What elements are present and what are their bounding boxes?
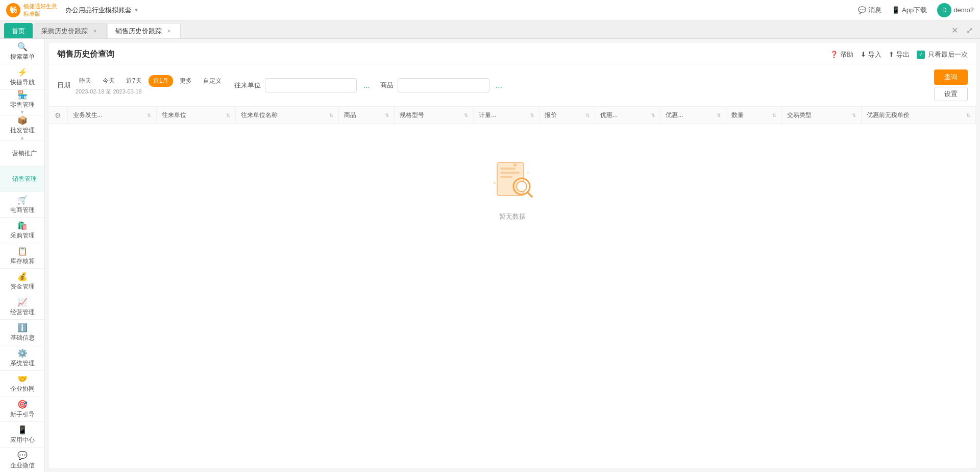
date-range-text: 2023-02-18 至 2023-03-18: [75, 88, 226, 96]
col-quantity[interactable]: 数量 ⇅: [726, 107, 781, 124]
col-unit-name[interactable]: 往来单位名称 ⇅: [236, 107, 338, 124]
date-buttons: 昨天 今天 近7天 近1月 更多 自定义: [75, 75, 226, 87]
basic-info-icon: ℹ️: [17, 323, 28, 333]
filter-right: 查询 设置: [934, 69, 968, 101]
import-btn[interactable]: ⬇ 导入: [861, 50, 881, 59]
sidebar-item-inventory[interactable]: 📋 库存核算: [0, 243, 44, 269]
empty-text: 暂无数据: [499, 212, 526, 221]
tab-home[interactable]: 首页: [4, 23, 33, 38]
maximize-window-btn[interactable]: ⤢: [964, 25, 975, 36]
page-header: 销售历史价查询 ❓ 帮助 ⬇ 导入 ⬆ 导出 ✓: [49, 43, 976, 64]
svg-point-9: [494, 182, 496, 184]
date-filter-group: 日期 昨天 今天 近7天 近1月 更多 自定义 2023-02-18 至 202…: [57, 75, 226, 96]
home-tab-label: 首页: [12, 27, 25, 36]
date-btn-yesterday[interactable]: 昨天: [75, 75, 96, 87]
tab-bar-right: ✕ ⤢: [944, 25, 980, 38]
sidebar-item-retail[interactable]: 🏪 零售管理 ▼: [0, 90, 44, 115]
col-pretax-price[interactable]: 优惠前无税单价 ⇅: [861, 107, 975, 124]
col-biz-date[interactable]: 业务发生... ⇅: [67, 107, 157, 124]
query-button[interactable]: 查询: [934, 69, 968, 85]
col-settings[interactable]: ⚙: [49, 107, 67, 124]
only-last-checkbox-area[interactable]: ✓ 只看最后一次: [917, 50, 968, 59]
incoming-unit-input[interactable]: [265, 78, 357, 92]
date-range-container: 昨天 今天 近7天 近1月 更多 自定义 2023-02-18 至 2023-0…: [75, 75, 226, 96]
date-btn-last7[interactable]: 近7天: [121, 75, 146, 87]
table-header-row: ⚙ 业务发生... ⇅ 往来单位: [49, 107, 976, 124]
sidebar-item-wholesale[interactable]: 📦 批发管理 ▲: [0, 115, 44, 141]
inventory-icon: 📋: [17, 246, 28, 256]
logo-text: 畅捷通好生意 标准版: [23, 3, 57, 17]
sort-icon: ⇅: [651, 112, 655, 118]
tab-purchase[interactable]: 采购历史价跟踪 ×: [34, 23, 107, 38]
sidebar-item-shortcut[interactable]: ⚡ 快捷导航: [0, 64, 44, 90]
sidebar-item-finance[interactable]: 💰 资金管理: [0, 269, 44, 294]
sort-icon: ⇅: [717, 112, 721, 118]
close-window-btn[interactable]: ✕: [949, 25, 960, 36]
data-table: ⚙ 业务发生... ⇅ 往来单位: [49, 107, 976, 124]
top-header: 畅 畅捷通好生意 标准版 办公用品行业模拟账套 ▼ 💬 消息 📱 App下载 D…: [0, 0, 980, 20]
tab-sales[interactable]: 销售历史价跟踪 ×: [108, 23, 181, 38]
sidebar-item-ecommerce[interactable]: 🛒 电商管理: [0, 192, 44, 218]
sidebar-item-sales-mgmt[interactable]: 销售管理: [0, 167, 44, 192]
empty-icon: [487, 155, 538, 206]
sales-tab-close[interactable]: ×: [165, 27, 173, 35]
sidebar-item-wechat[interactable]: 💬 企业微信: [0, 447, 44, 472]
date-label: 日期: [57, 81, 70, 90]
purchase-icon: 🛍️: [17, 221, 28, 230]
date-btn-today[interactable]: 今天: [98, 75, 119, 87]
incoming-unit-dots[interactable]: ...: [361, 81, 372, 90]
sort-icon: ⇅: [772, 112, 776, 118]
operations-icon: 📈: [17, 297, 28, 307]
sidebar-item-purchase-mgmt[interactable]: 🛍️ 采购管理: [0, 218, 44, 243]
svg-point-7: [513, 163, 517, 167]
col-unit[interactable]: 计量... ⇅: [474, 107, 539, 124]
logo-icon: 畅: [6, 3, 20, 17]
goods-label: 商品: [380, 81, 394, 90]
svg-point-5: [517, 181, 527, 192]
app-download-action[interactable]: 📱 App下载: [892, 6, 927, 15]
ecommerce-icon: 🛒: [17, 195, 28, 205]
gear-icon[interactable]: ⚙: [55, 111, 61, 120]
settings-button[interactable]: 设置: [934, 87, 968, 101]
filter-bar: 日期 昨天 今天 近7天 近1月 更多 自定义 2023-02-18 至 202…: [49, 64, 976, 107]
user-action[interactable]: D demo2: [937, 3, 974, 17]
main-layout: 🔍 搜索菜单 ⚡ 快捷导航 🏪 零售管理 ▼ 📦 批发管理 ▲ 营销推广 销售管…: [0, 39, 980, 472]
goods-dots[interactable]: ...: [494, 81, 504, 90]
svg-point-8: [527, 172, 529, 174]
only-last-checkbox[interactable]: ✓: [917, 51, 925, 59]
col-goods[interactable]: 商品 ⇅: [338, 107, 394, 124]
message-action[interactable]: 💬 消息: [858, 6, 881, 15]
goods-input[interactable]: [398, 78, 489, 92]
sidebar-item-marketing[interactable]: 营销推广: [0, 141, 44, 167]
sales-tab-label: 销售历史价跟踪: [115, 27, 162, 36]
sidebar-item-guide[interactable]: 🎯 新手引导: [0, 396, 44, 422]
date-btn-custom[interactable]: 自定义: [199, 75, 226, 87]
sidebar-item-basic[interactable]: ℹ️ 基础信息: [0, 320, 44, 345]
sidebar-item-operations[interactable]: 📈 经营管理: [0, 294, 44, 320]
col-quote[interactable]: 报价 ⇅: [539, 107, 595, 124]
app-center-icon: 📱: [17, 425, 28, 435]
sidebar-item-app-center[interactable]: 📱 应用中心: [0, 422, 44, 447]
sidebar-item-system[interactable]: ⚙️ 系统管理: [0, 345, 44, 371]
col-trade-type[interactable]: 交易类型 ⇅: [782, 107, 861, 124]
svg-rect-3: [500, 176, 512, 178]
date-btn-more[interactable]: 更多: [175, 75, 197, 87]
col-discount1[interactable]: 优惠... ⇅: [595, 107, 660, 124]
purchase-tab-close[interactable]: ×: [91, 27, 99, 35]
sidebar-item-enterprise[interactable]: 🤝 企业协同: [0, 371, 44, 396]
incoming-unit-filter-group: 往来单位 ...: [234, 78, 372, 92]
table-container: ⚙ 业务发生... ⇅ 往来单位: [49, 107, 976, 468]
help-btn[interactable]: ❓ 帮助: [830, 50, 853, 59]
sort-icon: ⇅: [530, 112, 534, 118]
date-btn-last1m[interactable]: 近1月: [149, 75, 174, 87]
chevron-down-icon: ▼: [20, 109, 25, 115]
enterprise-icon: 🤝: [17, 374, 28, 384]
page-content: 销售历史价查询 ❓ 帮助 ⬇ 导入 ⬆ 导出 ✓: [49, 43, 976, 468]
col-unit-code[interactable]: 往来单位 ⇅: [157, 107, 236, 124]
export-btn[interactable]: ⬆ 导出: [889, 50, 910, 59]
app-selector[interactable]: 办公用品行业模拟账套 ▼: [61, 4, 143, 17]
col-discount2[interactable]: 优惠... ⇅: [660, 107, 726, 124]
col-spec[interactable]: 规格型号 ⇅: [394, 107, 473, 124]
sidebar-item-search[interactable]: 🔍 搜索菜单: [0, 39, 44, 64]
sort-icon: ⇅: [147, 112, 151, 118]
